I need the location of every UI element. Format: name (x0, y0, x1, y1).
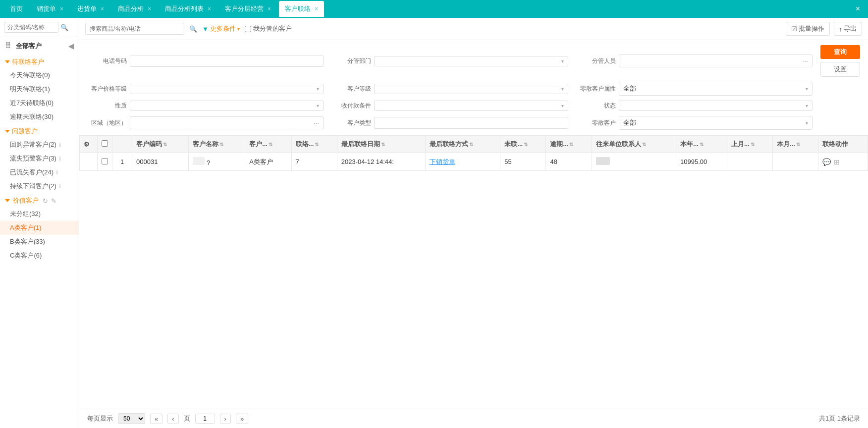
th-this-year[interactable]: 本年...⇅ (676, 136, 727, 153)
status-select[interactable]: ▾ (619, 101, 813, 111)
sidebar-item-abnormal[interactable]: 回购异常客户(2) ℹ (0, 138, 79, 152)
person-select[interactable]: ··· (619, 54, 813, 67)
page-number-input[interactable] (195, 414, 215, 424)
my-customers-filter[interactable]: 我分管的客户 (245, 24, 292, 33)
close-icon[interactable]: × (208, 5, 211, 12)
nav-home[interactable]: 首页 (4, 1, 29, 17)
filter-search-input[interactable] (85, 23, 184, 35)
td-type: A类客户 (245, 153, 291, 171)
td-checkbox[interactable] (98, 153, 112, 171)
sidebar-group-pending[interactable]: 待联络客户 (0, 54, 79, 68)
sort-icon: ⇅ (796, 142, 800, 147)
nav-tab-jinghuo[interactable]: 进货单 × (71, 1, 110, 17)
qr-icon[interactable]: ⊞ (834, 158, 840, 166)
info-icon[interactable]: ℹ (59, 142, 61, 148)
nav-tab-xiaohuo[interactable]: 销货单 × (31, 1, 69, 17)
nav-tab-shangpin[interactable]: 商品分析 × (112, 1, 157, 17)
th-last-month[interactable]: 上月...⇅ (727, 136, 772, 153)
nav-tab-kehu-fen[interactable]: 客户分层经营 × (219, 1, 277, 17)
scatter-attr-select[interactable]: 全部 ▾ (619, 82, 813, 96)
filter-bar: 🔍 ▼ 更多条件 ▾ 我分管的客户 ☑ 批量操作 ↑ 导出 (79, 18, 868, 40)
sidebar-search-area: 🔍 (0, 18, 79, 37)
sort-icon: ⇅ (269, 142, 272, 147)
close-icon[interactable]: × (60, 5, 63, 12)
sidebar-item-b-class[interactable]: B类客户(33) (0, 235, 79, 249)
th-last-date[interactable]: 最后联络日期⇅ (337, 136, 425, 153)
th-contact[interactable]: 联络...⇅ (291, 136, 337, 153)
close-icon[interactable]: × (148, 5, 151, 12)
th-last-method[interactable]: 最后联络方式⇅ (425, 136, 500, 153)
sidebar-search-icon[interactable]: 🔍 (60, 24, 68, 31)
info-icon[interactable]: ℹ (56, 169, 58, 175)
region-select[interactable]: ··· (130, 116, 324, 129)
dept-select[interactable]: ▾ (374, 56, 568, 66)
page-size-select[interactable]: 50 100 200 (118, 413, 145, 424)
th-overdue[interactable]: 逾期...⇅ (546, 136, 592, 153)
scatter-select[interactable]: 全部 ▾ (619, 116, 813, 130)
refresh-icon[interactable]: ↻ (43, 197, 48, 205)
payment-select[interactable]: ▾ (374, 101, 568, 111)
query-button[interactable]: 查询 (820, 45, 860, 59)
prev-page-button[interactable]: ‹ (167, 414, 178, 424)
sidebar-item-a-class[interactable]: A类客户(1) (0, 221, 79, 235)
th-gear[interactable]: ⚙ (80, 136, 98, 153)
nav-tab-shangpin-list[interactable]: 商品分析列表 × (159, 1, 217, 17)
nature-select[interactable]: ▾ (130, 101, 324, 111)
batch-operation-button[interactable]: ☑ 批量操作 (786, 22, 830, 36)
more-icon: ··· (314, 119, 320, 127)
sidebar-item-overdue[interactable]: 逾期未联络(30) (0, 110, 79, 124)
sidebar-item-ungroup[interactable]: 未分组(32) (0, 207, 79, 221)
filter-more-button[interactable]: ▼ 更多条件 ▾ (202, 24, 240, 33)
filter-region: 区域（地区） ··· (87, 116, 324, 129)
sidebar-item-churn-warning[interactable]: 流失预警客户(3) ℹ (0, 152, 79, 165)
sidebar-item-tomorrow[interactable]: 明天待联络(1) (0, 82, 79, 96)
message-icon[interactable]: 💬 (822, 158, 831, 166)
customer-avatar (193, 157, 205, 165)
chevron-down-icon: ▾ (561, 86, 564, 92)
sidebar-item-declining[interactable]: 持续下滑客户(2) ℹ (0, 179, 79, 193)
sidebar-item-churned[interactable]: 已流失客户(24) ℹ (0, 165, 79, 179)
my-customers-checkbox[interactable] (245, 26, 251, 32)
info-icon[interactable]: ℹ (59, 183, 61, 189)
next-page-button[interactable]: › (220, 414, 231, 424)
window-close-button[interactable]: × (852, 2, 864, 15)
last-method-link[interactable]: 下销货单 (430, 158, 455, 165)
sidebar-group-value[interactable]: 价值客户 ↻ ✎ (0, 193, 79, 207)
export-button[interactable]: ↑ 导出 (834, 22, 863, 36)
th-contacts[interactable]: 往来单位联系人⇅ (592, 136, 676, 153)
sort-icon: ⇅ (751, 142, 755, 147)
price-level-select[interactable]: ▾ (130, 84, 324, 94)
all-customers-header[interactable]: ⠿ 全部客户 ◀ (0, 37, 79, 54)
phone-input[interactable] (130, 55, 324, 67)
total-records: 共1页 1条记录 (819, 414, 860, 423)
cust-type-input[interactable] (374, 117, 568, 129)
sidebar-item-today[interactable]: 今天待联络(0) (0, 68, 79, 82)
info-icon[interactable]: ℹ (59, 156, 61, 161)
th-code[interactable]: 客户编码⇅ (132, 136, 189, 153)
select-all-checkbox[interactable] (102, 140, 108, 147)
sidebar-item-7days[interactable]: 近7天待联络(0) (0, 96, 79, 110)
close-icon[interactable]: × (315, 5, 318, 12)
sidebar-search-input[interactable] (4, 22, 58, 33)
sort-icon: ⇅ (524, 142, 528, 147)
last-page-button[interactable]: » (236, 414, 248, 424)
td-last-method[interactable]: 下销货单 (425, 153, 500, 171)
first-page-button[interactable]: « (150, 414, 163, 424)
close-icon[interactable]: × (268, 5, 271, 12)
collapse-icon[interactable]: ◀ (68, 42, 74, 50)
sidebar-item-c-class[interactable]: C类客户(6) (0, 249, 79, 263)
th-not-contacted[interactable]: 未联...⇅ (500, 136, 546, 153)
setting-button[interactable]: 设置 (820, 62, 860, 77)
row-checkbox[interactable] (102, 158, 108, 164)
nav-tab-kehu-lian[interactable]: 客户联络 × (279, 1, 324, 17)
th-checkbox[interactable] (98, 136, 112, 153)
th-type[interactable]: 客户...⇅ (245, 136, 291, 153)
td-gear (80, 153, 98, 171)
sidebar-group-problem[interactable]: 问题客户 (0, 124, 79, 138)
edit-icon[interactable]: ✎ (51, 197, 56, 205)
close-icon[interactable]: × (101, 5, 104, 12)
filter-search-icon[interactable]: 🔍 (189, 25, 197, 33)
cust-level-select[interactable]: ▾ (374, 84, 568, 94)
th-name[interactable]: 客户名称⇅ (189, 136, 245, 153)
th-this-month[interactable]: 本月...⇅ (773, 136, 818, 153)
